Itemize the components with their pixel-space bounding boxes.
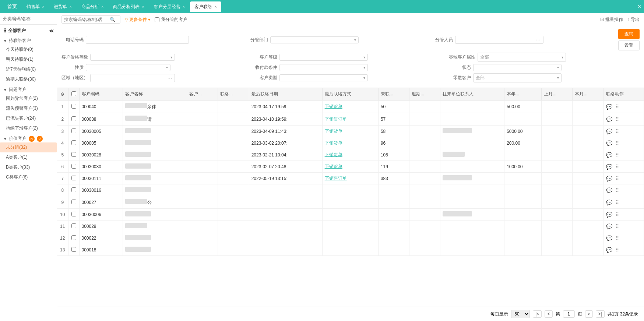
message-icon[interactable]: 💬 [606, 104, 612, 110]
row-actions[interactable]: 💬 ⠿ [603, 244, 644, 256]
tab-close-icon[interactable]: × [214, 4, 217, 9]
row-actions[interactable]: 💬 ⠿ [603, 100, 644, 113]
filter-search-box[interactable]: 🔍 [61, 15, 120, 24]
query-button[interactable]: 查询 [618, 29, 640, 39]
close-all-tabs-icon[interactable]: × [638, 3, 641, 10]
sidebar-item-ungrouped[interactable]: 未分组(32) [0, 142, 57, 152]
price-level-select[interactable]: ▾ [90, 54, 175, 61]
grid-icon[interactable]: ⠿ [615, 212, 619, 218]
row-last-method[interactable] [322, 244, 378, 256]
row-actions[interactable]: 💬 ⠿ [603, 126, 644, 137]
sidebar-item-class-c[interactable]: C类客户(6) [0, 172, 57, 182]
grid-icon[interactable]: ⠿ [615, 200, 619, 205]
message-icon[interactable]: 💬 [606, 128, 612, 134]
pending-contact-group[interactable]: ▼ 待联络客户 [0, 35, 57, 45]
row-actions[interactable]: 💬 ⠿ [603, 221, 644, 232]
sidebar-item-declining[interactable]: 持续下滑客户(2) [0, 123, 57, 133]
cust-type-select[interactable]: ▾ [279, 74, 368, 81]
tab-purchase-order[interactable]: 进货单 × [49, 1, 76, 12]
sidebar-item-tomorrow[interactable]: 明天待联络(1) [0, 54, 57, 64]
retail-attr-select[interactable]: 全部▾ [478, 53, 566, 62]
per-page-select[interactable]: 50 100 200 [511, 310, 530, 318]
sidebar-item-abnormal[interactable]: 囤购异常客户(2) [0, 94, 57, 103]
message-icon[interactable]: 💬 [606, 176, 612, 181]
filter-search-input[interactable] [64, 17, 108, 22]
row-last-method[interactable]: 下销货单 [322, 137, 378, 149]
sidebar-item-7days[interactable]: 近7天待联络(0) [0, 64, 57, 74]
row-actions[interactable]: 💬 ⠿ [603, 137, 644, 149]
col-checkbox[interactable] [68, 88, 79, 100]
grid-icon[interactable]: ⠿ [615, 128, 619, 134]
staff-select[interactable]: ··· [455, 36, 543, 44]
row-last-method[interactable] [322, 221, 378, 232]
row-last-method[interactable]: 下销售订单 [322, 173, 378, 184]
cust-level-select[interactable]: ▾ [279, 54, 368, 61]
message-icon[interactable]: 💬 [606, 187, 612, 193]
row-checkbox[interactable] [68, 232, 79, 244]
dept-select[interactable]: ▾ [270, 36, 359, 43]
tab-product-analysis-list[interactable]: 商品分析列表 × [109, 1, 148, 12]
last-page-btn[interactable]: >| [596, 310, 605, 318]
row-last-method[interactable] [322, 209, 378, 221]
payment-select[interactable]: ▾ [279, 64, 368, 71]
next-page-btn[interactable]: > [585, 310, 593, 318]
gender-select[interactable]: ▾ [86, 64, 170, 71]
tab-product-analysis[interactable]: 商品分析 × [77, 1, 108, 12]
tab-close-icon[interactable]: × [142, 4, 144, 9]
row-last-method[interactable]: 下销货单 [322, 149, 378, 161]
row-last-method[interactable]: 下销货单 [322, 100, 378, 113]
row-checkbox[interactable] [68, 100, 79, 113]
problem-customers-group[interactable]: ▼ 问题客户 [0, 84, 57, 94]
reset-button[interactable]: 设置 [618, 40, 640, 50]
row-checkbox[interactable] [68, 244, 79, 256]
retail-cust-select[interactable]: 全部▾ [473, 73, 562, 82]
value-customers-group[interactable]: ▼ 价值客户 R ↺ [0, 133, 57, 142]
export-btn[interactable]: ↑ 导出 [627, 17, 640, 23]
row-checkbox[interactable] [68, 113, 79, 126]
grid-icon[interactable]: ⠿ [615, 140, 619, 146]
select-all-checkbox[interactable] [71, 91, 76, 96]
row-actions[interactable]: 💬 ⠿ [603, 173, 644, 184]
row-last-method[interactable] [322, 184, 378, 196]
message-icon[interactable]: 💬 [606, 235, 612, 241]
message-icon[interactable]: 💬 [606, 212, 612, 218]
col-settings[interactable]: ⚙ [57, 88, 68, 100]
tab-sales-order[interactable]: 销售单 × [22, 1, 49, 12]
message-icon[interactable]: 💬 [606, 116, 612, 122]
message-icon[interactable]: 💬 [606, 247, 612, 253]
first-page-btn[interactable]: |< [533, 310, 542, 318]
row-last-method[interactable]: 下销货单 [322, 126, 378, 137]
more-conditions-btn[interactable]: ▽ 更多条件 ▾ [125, 17, 150, 23]
grid-icon[interactable]: ⠿ [615, 187, 619, 193]
grid-icon[interactable]: ⠿ [615, 116, 619, 122]
row-actions[interactable]: 💬 ⠿ [603, 161, 644, 173]
row-checkbox[interactable] [68, 126, 79, 137]
message-icon[interactable]: 💬 [606, 152, 612, 158]
row-last-method[interactable] [322, 196, 378, 209]
row-actions[interactable]: 💬 ⠿ [603, 232, 644, 244]
row-actions[interactable]: 💬 ⠿ [603, 196, 644, 209]
tab-close-icon[interactable]: × [101, 4, 103, 9]
region-select[interactable]: ··· [90, 74, 175, 82]
tab-home[interactable]: 首页 [3, 3, 21, 10]
sidebar-item-overdue[interactable]: 逾期未联络(30) [0, 74, 57, 84]
page-input[interactable] [563, 310, 575, 318]
sidebar-item-today[interactable]: 今天待联络(0) [0, 45, 57, 54]
row-last-method[interactable]: 下销售订单 [322, 113, 378, 126]
prev-page-btn[interactable]: < [545, 310, 552, 318]
row-checkbox[interactable] [68, 137, 79, 149]
tab-close-icon[interactable]: × [183, 4, 185, 9]
row-checkbox[interactable] [68, 184, 79, 196]
grid-icon[interactable]: ⠿ [615, 247, 619, 253]
my-customers-check[interactable] [155, 17, 159, 22]
sidebar-search-bar[interactable]: 🔍 [0, 13, 57, 25]
row-actions[interactable]: 💬 ⠿ [603, 149, 644, 161]
collapse-icon[interactable]: ≪ [49, 28, 54, 33]
row-checkbox[interactable] [68, 209, 79, 221]
sidebar-item-class-a[interactable]: A类客户(1) [0, 152, 57, 162]
sidebar-item-class-b[interactable]: B类客户(33) [0, 162, 57, 172]
tab-close-icon[interactable]: × [69, 4, 71, 9]
row-checkbox[interactable] [68, 173, 79, 184]
sidebar-item-churn-warning[interactable]: 流失预警客户(3) [0, 103, 57, 113]
grid-icon[interactable]: ⠿ [615, 176, 619, 181]
